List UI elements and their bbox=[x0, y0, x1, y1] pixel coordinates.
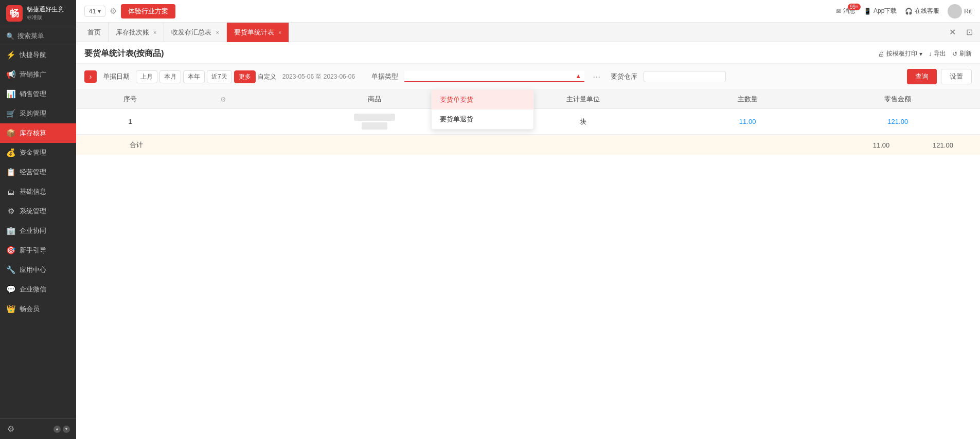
sidebar-scroll-up[interactable]: ▲ bbox=[54, 426, 61, 433]
sidebar-scroll-down[interactable]: ▼ bbox=[63, 426, 70, 433]
sidebar-icon-base: 🗂 bbox=[6, 188, 15, 196]
sidebar-label-quick-nav: 快捷导航 bbox=[20, 50, 46, 60]
topbar-right: ✉ 消息 99+ 📱 App下载 🎧 在线客服 Rit bbox=[836, 4, 972, 19]
sidebar-item-guide[interactable]: 🎯 新手引导 bbox=[0, 241, 76, 260]
col-quantity: 主数量 bbox=[680, 90, 816, 109]
tab-maximize-btn[interactable]: ⊡ bbox=[963, 26, 976, 38]
tab-order-stats[interactable]: 要货单统计表 × bbox=[227, 23, 289, 42]
sidebar-item-quick-nav[interactable]: ⚡ 快捷导航 bbox=[0, 45, 76, 65]
sidebar-label-marketing: 营销推广 bbox=[20, 70, 46, 79]
product-code-skeleton bbox=[362, 122, 387, 130]
search-icon: 🔍 bbox=[6, 32, 14, 40]
avatar bbox=[948, 4, 962, 19]
sidebar-icon-inventory: 📦 bbox=[6, 129, 15, 138]
warehouse-input[interactable] bbox=[644, 71, 726, 82]
refresh-btn[interactable]: ↺ 刷新 bbox=[952, 49, 972, 58]
sidebar-search[interactable]: 🔍 搜索菜单 bbox=[0, 27, 76, 45]
col-amount: 零售金额 bbox=[816, 90, 981, 109]
row-seq: 1 bbox=[76, 109, 184, 135]
logo-subtitle: 标准版 bbox=[27, 14, 64, 21]
content-area: 要货单统计表(按商品) 🖨 按模板打印 ▾ ↓ 导出 ↺ 刷新 › bbox=[76, 42, 980, 439]
table-footer: 合计 11.00 121.00 bbox=[76, 135, 980, 155]
product-name-skeleton bbox=[354, 114, 395, 121]
user-avatar-item[interactable]: Rit bbox=[948, 4, 972, 19]
sidebar-item-finance[interactable]: 💰 资金管理 bbox=[0, 143, 76, 162]
message-item[interactable]: ✉ 消息 99+ bbox=[836, 7, 856, 15]
sidebar-icon-marketing: 📢 bbox=[6, 70, 15, 79]
sidebar-item-inventory[interactable]: 📦 库存核算 bbox=[0, 123, 76, 143]
sidebar-items: ⚡ 快捷导航📢 营销推广📊 销售管理🛒 采购管理📦 库存核算💰 资金管理📋 经营… bbox=[0, 45, 76, 418]
message-badge: 99+ bbox=[848, 4, 861, 10]
type-more-dots[interactable]: ··· bbox=[593, 71, 600, 82]
tab-home[interactable]: 首页 bbox=[80, 23, 109, 42]
main-area: 41 ▾ ⚙ 体验行业方案 ✉ 消息 99+ 📱 App下载 🎧 在线客服 R bbox=[76, 0, 980, 439]
sidebar-icon-member: 👑 bbox=[6, 304, 15, 314]
sidebar-item-system[interactable]: ⚙ 系统管理 bbox=[0, 202, 76, 221]
company-value: 41 bbox=[89, 8, 96, 15]
col-settings[interactable]: ⚙ bbox=[184, 90, 262, 109]
date-btn-this-year[interactable]: 本年 bbox=[183, 70, 205, 83]
sidebar-item-sales[interactable]: 📊 销售管理 bbox=[0, 84, 76, 104]
logo-icon: 畅 bbox=[6, 5, 23, 22]
sidebar-icon-operations: 📋 bbox=[6, 168, 15, 177]
date-btn-this-month[interactable]: 本月 bbox=[159, 70, 181, 83]
user-name: Rit bbox=[964, 8, 972, 15]
online-service-item[interactable]: 🎧 在线客服 bbox=[905, 7, 939, 15]
tab-inventory-batch-label: 库存批次账 bbox=[116, 28, 149, 37]
date-custom-btn[interactable]: 自定义 bbox=[258, 72, 276, 81]
settings-gear-icon[interactable]: ⚙ bbox=[110, 6, 117, 16]
sidebar-icon-purchase: 🛒 bbox=[6, 109, 15, 118]
date-buttons: 上月 本月 本年 近7天 更多 自定义 bbox=[136, 70, 276, 83]
sidebar-item-member[interactable]: 👑 畅会员 bbox=[0, 299, 76, 319]
sidebar-item-base[interactable]: 🗂 基础信息 bbox=[0, 182, 76, 202]
settings-btn[interactable]: 设置 bbox=[941, 69, 972, 84]
sidebar-item-marketing[interactable]: 📢 营销推广 bbox=[0, 65, 76, 84]
app-download-label: App下载 bbox=[874, 7, 897, 15]
tabbar: 首页 库存批次账 × 收发存汇总表 × 要货单统计表 × ✕ ⊡ bbox=[76, 23, 980, 42]
logo-title: 畅捷通好生意 bbox=[27, 6, 64, 14]
footer-quantity: 11.00 bbox=[850, 141, 912, 149]
sidebar-label-finance: 资金管理 bbox=[20, 148, 46, 157]
quantity-link[interactable]: 11.00 bbox=[739, 118, 756, 125]
warehouse-label: 要货仓库 bbox=[611, 72, 637, 81]
sidebar-item-purchase[interactable]: 🛒 采购管理 bbox=[0, 104, 76, 123]
date-btn-last-month[interactable]: 上月 bbox=[136, 70, 157, 83]
date-btn-more[interactable]: 更多 bbox=[234, 70, 256, 83]
sidebar-item-wechat[interactable]: 💬 企业微信 bbox=[0, 280, 76, 299]
refresh-label: 刷新 bbox=[959, 49, 972, 58]
type-select-arrow-icon: ▲ bbox=[575, 72, 581, 80]
tab-close-all-btn[interactable]: ✕ bbox=[946, 26, 959, 38]
type-select[interactable]: ▲ bbox=[404, 71, 584, 82]
sidebar-item-enterprise[interactable]: 🏢 企业协同 bbox=[0, 221, 76, 241]
trial-btn[interactable]: 体验行业方案 bbox=[121, 4, 175, 19]
tab-collect-summary-close[interactable]: × bbox=[216, 29, 219, 35]
message-icon: ✉ bbox=[836, 8, 841, 15]
tab-order-stats-label: 要货单统计表 bbox=[234, 28, 274, 37]
amount-link[interactable]: 121.00 bbox=[887, 118, 908, 125]
tab-collect-summary[interactable]: 收发存汇总表 × bbox=[164, 23, 226, 42]
tab-inventory-batch[interactable]: 库存批次账 × bbox=[109, 23, 164, 42]
sidebar-icon-app-center: 🔧 bbox=[6, 265, 15, 275]
topbar: 41 ▾ ⚙ 体验行业方案 ✉ 消息 99+ 📱 App下载 🎧 在线客服 R bbox=[76, 0, 980, 23]
print-icon: 🖨 bbox=[878, 50, 884, 58]
page-actions: 🖨 按模板打印 ▾ ↓ 导出 ↺ 刷新 bbox=[878, 49, 972, 58]
date-btn-last7days[interactable]: 近7天 bbox=[207, 70, 232, 83]
type-label: 单据类型 bbox=[371, 72, 398, 81]
company-select[interactable]: 41 ▾ bbox=[84, 6, 105, 17]
dropdown-item-0[interactable]: 要货单要货 bbox=[432, 90, 533, 109]
sidebar-icon-quick-nav: ⚡ bbox=[6, 50, 15, 60]
sidebar-item-app-center[interactable]: 🔧 应用中心 bbox=[0, 260, 76, 280]
app-download-item[interactable]: 📱 App下载 bbox=[864, 7, 897, 15]
settings-icon[interactable]: ⚙ bbox=[6, 424, 15, 434]
filter-toggle-btn[interactable]: › bbox=[84, 70, 97, 83]
page-title: 要货单统计表(按商品) bbox=[84, 48, 164, 59]
query-btn[interactable]: 查询 bbox=[907, 69, 937, 84]
dropdown-item-1[interactable]: 要货单退货 bbox=[432, 109, 533, 129]
tab-order-stats-close[interactable]: × bbox=[278, 29, 281, 35]
sidebar-icon-guide: 🎯 bbox=[6, 246, 15, 255]
sidebar-item-operations[interactable]: 📋 经营管理 bbox=[0, 162, 76, 182]
tab-inventory-batch-close[interactable]: × bbox=[153, 29, 156, 35]
export-btn[interactable]: ↓ 导出 bbox=[929, 49, 946, 58]
template-print-btn[interactable]: 🖨 按模板打印 ▾ bbox=[878, 49, 922, 58]
sidebar-icon-wechat: 💬 bbox=[6, 285, 15, 294]
